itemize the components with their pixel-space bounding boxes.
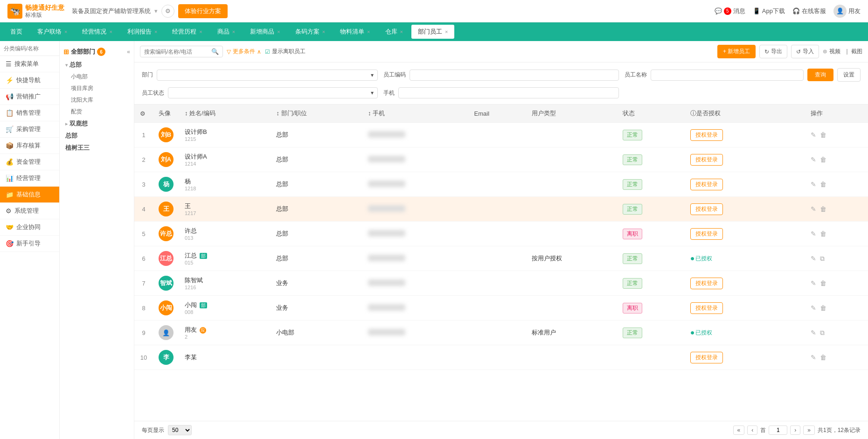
edit-button[interactable]: ✎ [811, 131, 816, 139]
edit-button[interactable]: ✎ [811, 354, 816, 361]
tab-profit[interactable]: 利润报告 × [121, 25, 164, 39]
tab-employees[interactable]: 部门员工 × [411, 25, 454, 39]
close-icon[interactable]: × [199, 29, 202, 35]
col-dept-header[interactable]: ↕ 部门/职位 [271, 105, 362, 123]
tab-history[interactable]: 经营历程 × [166, 25, 208, 39]
delete-button[interactable]: 🗑 [820, 205, 826, 213]
trial-button[interactable]: 体验行业方案 [178, 4, 228, 18]
app-download-button[interactable]: 📱 App下载 [753, 7, 785, 15]
user-area[interactable]: 👤 用友 [833, 5, 861, 18]
col-settings[interactable]: ⚙ [134, 105, 153, 123]
delete-button[interactable]: 🗑 [820, 279, 826, 287]
emp-name-input[interactable] [651, 70, 804, 81]
last-page-button[interactable]: » [803, 425, 815, 435]
sidebar-item-basic[interactable]: 📁 基础信息 [0, 187, 59, 203]
status-filter-select[interactable]: ▾ [168, 87, 378, 98]
tab-warehouse[interactable]: 仓库 × [379, 25, 410, 39]
dept-group-zhishu-title[interactable]: 植树王三 [63, 142, 130, 154]
delete-button[interactable]: 🗑 [820, 230, 826, 237]
message-button[interactable]: 💬 5 消息 [715, 7, 745, 15]
edit-button[interactable]: ✎ [811, 156, 816, 163]
sidebar-item-system[interactable]: ⚙ 系统管理 [0, 203, 59, 219]
gear-button[interactable]: ⚙ [161, 5, 174, 18]
edit-button[interactable]: ✎ [811, 205, 816, 213]
close-icon[interactable]: × [367, 29, 370, 35]
close-icon[interactable]: × [277, 29, 280, 35]
tab-customer[interactable]: 客户联络 × [31, 25, 74, 39]
tab-bom[interactable]: 物料清单 × [333, 25, 376, 39]
dept-group-title[interactable]: ▾ 总部 [63, 59, 130, 71]
per-page-select[interactable]: 50 100 [168, 425, 192, 435]
auth-button[interactable]: 授权登录 [690, 179, 723, 190]
delete-button[interactable]: 🗑 [820, 131, 826, 139]
dept-child-project[interactable]: 项目库房 [63, 83, 130, 94]
video-button[interactable]: ⊙ 视频 [823, 48, 840, 56]
sidebar-item-purchase[interactable]: 🛒 采购管理 [0, 121, 59, 138]
sidebar-item-guide[interactable]: 🎯 新手引导 [0, 236, 59, 252]
dropdown-icon[interactable]: ▾ [154, 7, 158, 14]
emp-code-input[interactable] [410, 70, 619, 81]
show-resign-toggle[interactable]: ☑ 显示离职员工 [265, 48, 306, 56]
dept-child-xiaodian[interactable]: 小电部 [63, 71, 130, 83]
delete-button[interactable]: 🗑 [820, 304, 826, 312]
sidebar-item-collab[interactable]: 🤝 企业协同 [0, 219, 59, 236]
import-button[interactable]: ↺ 导入 [791, 45, 819, 58]
auth-button[interactable]: 授权登录 [690, 203, 723, 215]
more-filter-button[interactable]: ▽ 更多条件 ∧ [227, 48, 261, 56]
auth-button[interactable]: 授权登录 [690, 154, 723, 166]
delete-button[interactable]: 🗑 [820, 181, 826, 188]
edit-button[interactable]: ✎ [811, 329, 816, 336]
copy-button[interactable]: ⧉ [820, 255, 825, 262]
page-number-input[interactable] [769, 425, 787, 435]
close-icon[interactable]: × [109, 29, 112, 35]
sidebar-item-management[interactable]: 📊 经营管理 [0, 170, 59, 187]
query-button[interactable]: 查询 [807, 69, 833, 81]
close-icon[interactable]: × [154, 29, 157, 35]
edit-button[interactable]: ✎ [811, 279, 816, 287]
tab-operation[interactable]: 经营情况 × [76, 25, 118, 39]
auth-button[interactable]: 授权登录 [690, 278, 723, 289]
dept-group-shuanglu-title[interactable]: ▸ 双鹿想 [63, 118, 130, 130]
more-button[interactable]: ｜ 截图 [844, 48, 862, 56]
next-page-button[interactable]: › [790, 425, 800, 435]
sidebar-item-sales[interactable]: 📋 销售管理 [0, 105, 59, 121]
export-button[interactable]: ↻ 导出 [759, 45, 787, 58]
collapse-icon[interactable]: « [127, 49, 130, 55]
reset-button[interactable]: 设置 [837, 68, 861, 82]
auth-button[interactable]: 授权登录 [690, 302, 723, 314]
first-page-button[interactable]: « [733, 425, 745, 435]
auth-button[interactable]: 授权登录 [690, 129, 723, 141]
add-employee-button[interactable]: + 新增员工 [717, 45, 756, 58]
edit-button[interactable]: ✎ [811, 181, 816, 188]
tab-home[interactable]: 首页 [4, 25, 29, 39]
search-input[interactable] [144, 49, 209, 55]
edit-button[interactable]: ✎ [811, 304, 816, 312]
phone-input[interactable] [398, 87, 619, 98]
sidebar-item-nav[interactable]: ⚡ 快捷导航 [0, 72, 59, 89]
col-phone-header[interactable]: ↕ 手机 [362, 105, 469, 123]
sidebar-item-marketing[interactable]: 📢 营销推广 [0, 89, 59, 105]
close-icon[interactable]: × [232, 29, 235, 35]
delete-button[interactable]: 🗑 [820, 354, 826, 361]
sidebar-item-search[interactable]: ☰ 搜索菜单 [0, 56, 59, 72]
close-icon[interactable]: × [400, 29, 403, 35]
tab-add-goods[interactable]: 新增商品 × [243, 25, 286, 39]
service-button[interactable]: 🎧 在线客服 [792, 7, 826, 15]
dept-child-shenyang[interactable]: 沈阳大库 [63, 94, 130, 106]
close-icon[interactable]: × [445, 29, 448, 35]
auth-button[interactable]: 授权登录 [690, 228, 723, 240]
dept-filter-select[interactable]: ▾ [157, 70, 378, 81]
edit-button[interactable]: ✎ [811, 230, 816, 237]
dept-child-peihua[interactable]: 配货 [63, 106, 130, 118]
dept-group-zongbu2-title[interactable]: 总部 [63, 130, 130, 142]
copy-button[interactable]: ⧉ [820, 329, 825, 336]
close-icon[interactable]: × [64, 29, 67, 35]
close-icon[interactable]: × [322, 29, 325, 35]
search-submit-icon[interactable]: 🔍 [211, 48, 219, 55]
tab-barcode[interactable]: 条码方案 × [289, 25, 332, 39]
edit-button[interactable]: ✎ [811, 255, 816, 262]
col-name-header[interactable]: ↕ 姓名/编码 [179, 105, 271, 123]
sidebar-search-input[interactable] [4, 45, 60, 52]
sidebar-item-finance[interactable]: 💰 资金管理 [0, 154, 59, 170]
sidebar-item-inventory[interactable]: 📦 库存核算 [0, 138, 59, 154]
